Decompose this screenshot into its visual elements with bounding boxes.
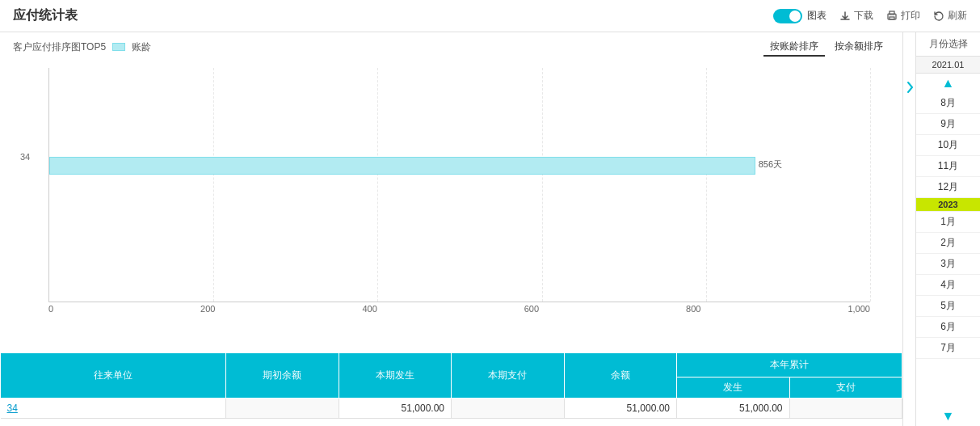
- download-icon: [839, 11, 851, 22]
- grid-line-400: [377, 68, 378, 302]
- x-label-600: 600: [524, 304, 539, 314]
- expand-right-icon: [906, 81, 914, 94]
- sidebar-month-4[interactable]: 4月: [916, 275, 980, 296]
- col-balance: 余额: [564, 353, 677, 399]
- sidebar-month-12[interactable]: 12月: [916, 177, 980, 198]
- sidebar-month-7[interactable]: 7月: [916, 338, 980, 359]
- sidebar-month-1[interactable]: 1月: [916, 212, 980, 233]
- sidebar-month-8[interactable]: 8月: [916, 93, 980, 114]
- x-label-0: 0: [48, 304, 53, 314]
- chart-area: 客户应付排序图TOP5 账龄 按账龄排序 按余额排序 34: [0, 32, 902, 426]
- sidebar-month-9[interactable]: 9月: [916, 114, 980, 135]
- download-button[interactable]: 下载: [839, 9, 873, 23]
- x-label-1000: 1,000: [848, 304, 870, 314]
- legend-text: 客户应付排序图TOP5: [13, 40, 106, 54]
- sidebar-month-5[interactable]: 5月: [916, 296, 980, 317]
- chart-toggle-label: 图表: [807, 9, 826, 23]
- sidebar-up-button[interactable]: ▲: [916, 74, 980, 93]
- cell-ytd-pay: [789, 399, 902, 419]
- refresh-icon: [933, 11, 944, 22]
- grid-line-200: [213, 68, 214, 302]
- col-source: 往来单位: [1, 353, 226, 399]
- sort-by-balance-button[interactable]: 按余额排序: [828, 38, 890, 57]
- sidebar-date[interactable]: 2021.01: [916, 57, 980, 74]
- x-label-200: 200: [200, 304, 215, 314]
- bar-fill: [49, 157, 755, 175]
- table-header-row-1: 往来单位 期初余额 本期发生 本期支付 余额 本年累计: [1, 353, 902, 377]
- svg-rect-2: [890, 17, 894, 19]
- grid-line-1000: [870, 68, 871, 302]
- table-row: 34 51,000.00 51,000.00 51,000.00: [1, 399, 902, 419]
- main-container: 客户应付排序图TOP5 账龄 按账龄排序 按余额排序 34: [0, 32, 980, 426]
- cell-balance: 51,000.00: [564, 399, 677, 419]
- chart-toggle-container: 图表: [773, 9, 826, 23]
- col-ytd-pay: 支付: [789, 377, 902, 399]
- sidebar-month-10[interactable]: 10月: [916, 135, 980, 156]
- cell-payment: [452, 399, 565, 419]
- chart-header: 客户应付排序图TOP5 账龄 按账龄排序 按余额排序: [0, 32, 902, 61]
- col-ytd-occur: 发生: [677, 377, 790, 399]
- page-title: 应付统计表: [13, 7, 78, 24]
- refresh-button[interactable]: 刷新: [933, 9, 967, 23]
- cell-current: 51,000.00: [339, 399, 452, 419]
- sidebar-month-3[interactable]: 3月: [916, 254, 980, 275]
- sidebar-down-button[interactable]: ▼: [916, 407, 980, 426]
- sidebar-header: 月份选择: [916, 32, 980, 57]
- sidebar-month-11[interactable]: 11月: [916, 156, 980, 177]
- x-label-800: 800: [686, 304, 700, 314]
- sidebar-year-2023[interactable]: 2023: [916, 198, 980, 212]
- cell-source[interactable]: 34: [1, 399, 226, 419]
- print-icon: [886, 11, 898, 22]
- table-area: 往来单位 期初余额 本期发生 本期支付 余额 本年累计 发生 支付: [0, 352, 902, 419]
- grid-line-600: [542, 68, 543, 302]
- grid-line-800: [706, 68, 707, 302]
- cell-ytd-occur: 51,000.00: [677, 399, 790, 419]
- legend-box-label: 账龄: [132, 40, 151, 54]
- chart-legend: 客户应付排序图TOP5 账龄: [13, 40, 151, 54]
- col-ytd: 本年累计: [677, 353, 902, 377]
- x-label-400: 400: [362, 304, 376, 314]
- sidebar-month-2[interactable]: 2月: [916, 233, 980, 254]
- col-current: 本期发生: [339, 353, 452, 399]
- header-actions: 图表 下载 打印 刷新: [773, 9, 967, 23]
- bar-chart: 34 856天 0 200 400 600 800 1,000: [0, 61, 902, 352]
- cell-opening: [226, 399, 339, 419]
- right-sidebar: 月份选择 2021.01 ▲ 8月 9月 10月 11月 12月 2023 1月…: [915, 32, 980, 426]
- col-opening: 期初余额: [226, 353, 339, 399]
- chart-toggle[interactable]: [773, 9, 802, 23]
- chart-inner: 34 856天: [48, 68, 870, 302]
- sort-by-amount-button[interactable]: 按账龄排序: [763, 38, 825, 57]
- print-button[interactable]: 打印: [886, 9, 920, 23]
- sidebar-month-6[interactable]: 6月: [916, 317, 980, 338]
- page-header: 应付统计表 图表 下载 打印 刷新: [0, 0, 980, 32]
- bar-y-label: 34: [20, 152, 30, 162]
- sort-buttons: 按账龄排序 按余额排序: [763, 38, 890, 57]
- legend-box: [112, 43, 125, 51]
- bar-end-label: 856天: [759, 158, 782, 171]
- x-labels: 0 200 400 600 800 1,000: [48, 302, 870, 315]
- sidebar-expand-button[interactable]: [902, 32, 915, 426]
- summary-table: 往来单位 期初余额 本期发生 本期支付 余额 本年累计 发生 支付: [0, 352, 902, 419]
- col-payment: 本期支付: [452, 353, 565, 399]
- sidebar-scroll: 8月 9月 10月 11月 12月 2023 1月 2月 3月 4月 5月 6月…: [916, 93, 980, 407]
